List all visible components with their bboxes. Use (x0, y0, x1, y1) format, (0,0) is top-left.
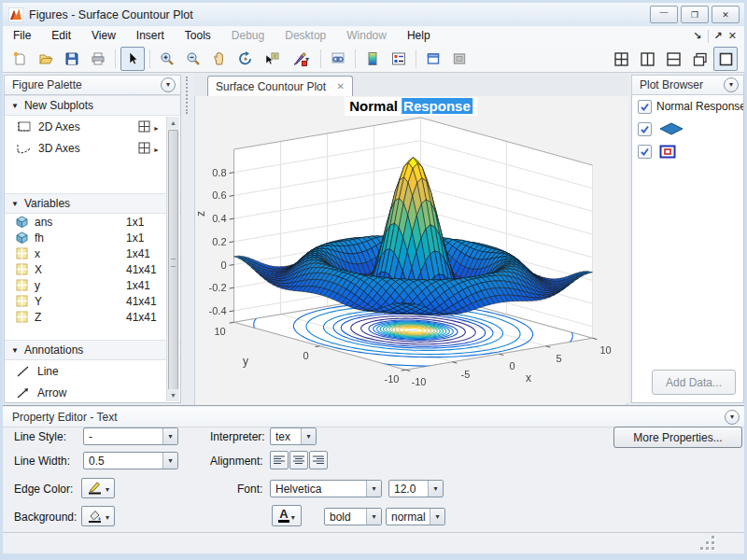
variable-fh[interactable]: fh1x1 (5, 230, 180, 245)
menu-tools[interactable]: Tools (175, 26, 221, 46)
section-new-subplots[interactable]: New Subplots (5, 95, 180, 116)
menu-file[interactable]: File (3, 26, 41, 46)
expand-icon[interactable] (153, 120, 160, 133)
palette-item-line[interactable]: Line (5, 360, 180, 382)
pointer-button[interactable] (120, 47, 145, 71)
zoom-in-icon (160, 51, 175, 66)
interpreter-dropdown[interactable]: tex (270, 427, 317, 445)
layout-split-horizontal-button[interactable] (661, 47, 685, 71)
title-bar[interactable]: Figures - Surface Countour Plot — ❐ (3, 3, 744, 27)
data-cursor-button[interactable] (260, 47, 284, 71)
browser-item-contour[interactable] (632, 140, 743, 162)
struct-icon (16, 216, 28, 228)
item-label: Arrow (37, 386, 66, 399)
minimize-icon: — (660, 7, 669, 17)
dock-arrow-icon[interactable]: ↘ (693, 30, 701, 42)
new-figure-button[interactable] (7, 47, 32, 71)
2d-axes-icon (16, 120, 32, 133)
insert-legend-button[interactable] (387, 47, 411, 71)
font-weight-dropdown[interactable]: bold (324, 508, 382, 525)
background-color-button[interactable] (81, 506, 115, 526)
section-annotations[interactable]: Annotations (5, 340, 180, 360)
pointer-icon (125, 51, 140, 66)
panel-menu-button[interactable] (724, 77, 739, 92)
scrollbar-thumb[interactable] (168, 130, 178, 393)
variable-Y[interactable]: Y41x41 (5, 293, 180, 309)
variable-Z[interactable]: Z41x41 (5, 309, 180, 325)
menu-help[interactable]: Help (397, 26, 441, 46)
layout-grid-button[interactable] (609, 47, 633, 71)
surface-contour-plot-canvas[interactable] (195, 96, 628, 403)
item-label: 3D Axes (38, 142, 80, 155)
tab-close-icon[interactable] (337, 81, 345, 91)
line-style-dropdown[interactable]: - (83, 427, 178, 445)
rotate-3d-button[interactable] (233, 47, 258, 71)
subplot-grid-icon[interactable] (138, 120, 150, 133)
panel-menu-button[interactable] (161, 77, 176, 92)
palette-scrollbar[interactable] (166, 117, 179, 401)
undock-arrow-icon[interactable]: ↗ (714, 30, 723, 42)
plot-title[interactable]: Normal Response (345, 97, 477, 116)
menu-view[interactable]: View (81, 26, 126, 46)
link-plot-button[interactable] (326, 47, 350, 71)
align-center-button[interactable] (289, 451, 308, 469)
pan-button[interactable] (207, 47, 232, 71)
layout-grid-icon (614, 52, 628, 66)
print-figure-button[interactable] (86, 47, 110, 71)
menu-insert[interactable]: Insert (126, 26, 175, 46)
palette-item-arrow[interactable]: Arrow (5, 382, 180, 403)
menu-edit[interactable]: Edit (41, 26, 81, 46)
insert-colorbar-button[interactable] (360, 47, 385, 71)
checkbox-checked[interactable] (638, 122, 652, 136)
browser-item-figure[interactable]: Normal Response (632, 95, 743, 118)
checkbox-checked[interactable] (638, 145, 652, 159)
close-menu-icon[interactable] (728, 30, 737, 42)
align-left-button[interactable] (270, 451, 289, 469)
variable-ans[interactable]: ans1x1 (5, 214, 180, 230)
scroll-up-icon[interactable] (167, 117, 179, 129)
edge-color-button[interactable] (81, 478, 115, 498)
layout-split-vertical-button[interactable] (635, 47, 659, 71)
contour-lines-icon (659, 145, 676, 159)
font-size-dropdown[interactable]: 12.0 (388, 480, 444, 497)
edge-color-pen-icon (87, 481, 104, 496)
variable-x[interactable]: x1x41 (5, 245, 180, 261)
line-width-combobox[interactable]: 0.5 (83, 452, 178, 469)
scroll-down-icon[interactable] (167, 389, 179, 401)
legend-icon (391, 51, 406, 66)
font-angle-dropdown[interactable]: normal (386, 508, 445, 525)
close-button[interactable] (712, 6, 740, 23)
expand-icon[interactable] (153, 142, 160, 155)
dropdown-arrow-icon (162, 453, 177, 469)
panel-menu-button[interactable] (725, 410, 740, 425)
more-properties-button[interactable]: More Properties... (613, 427, 742, 448)
layout-cascade-button[interactable] (687, 47, 712, 71)
subplot-grid-icon[interactable] (138, 142, 150, 154)
zoom-in-button[interactable] (155, 47, 179, 71)
zoom-out-button[interactable] (181, 47, 205, 71)
dropdown-arrow-icon (366, 509, 381, 525)
layout-single-button[interactable] (713, 47, 738, 71)
section-variables[interactable]: Variables (5, 193, 180, 214)
palette-item-3d-axes[interactable]: 3D Axes (5, 137, 180, 159)
font-color-button[interactable]: A (272, 505, 302, 526)
restore-button[interactable]: ❐ (681, 6, 709, 23)
align-right-button[interactable] (309, 451, 328, 469)
checkbox-checked[interactable] (638, 100, 652, 114)
resize-grip[interactable] (697, 536, 717, 551)
variable-X[interactable]: X41x41 (5, 261, 180, 277)
font-family-dropdown[interactable]: Helvetica (270, 480, 382, 497)
add-data-button[interactable]: Add Data... (652, 370, 736, 395)
save-figure-button[interactable] (60, 47, 84, 71)
minimize-button[interactable]: — (650, 6, 678, 23)
tab-surface-contour-plot[interactable]: Surface Countour Plot (207, 76, 353, 96)
show-plot-tools-button[interactable] (421, 47, 445, 71)
brush-data-button[interactable]: ▾ (286, 47, 316, 71)
hide-plot-tools-button[interactable] (447, 47, 472, 71)
browser-item-label: Normal Response (656, 100, 743, 113)
browser-item-surface[interactable] (632, 118, 743, 140)
open-file-button[interactable] (34, 47, 58, 71)
palette-item-2d-axes[interactable]: 2D Axes (5, 116, 180, 137)
panel-splitter-handle[interactable] (186, 77, 190, 114)
variable-y[interactable]: y1x41 (5, 277, 180, 293)
